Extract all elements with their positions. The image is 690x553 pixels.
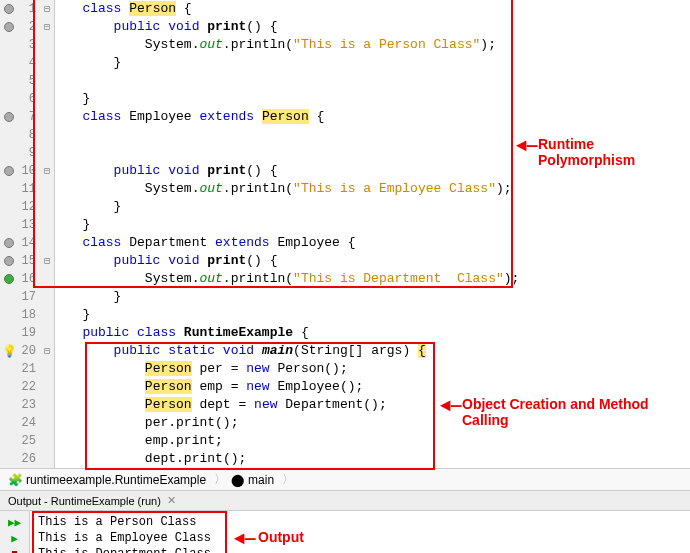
output-tab-title: Output - RuntimeExample (run) [8,495,161,507]
arrow-icon: ◄— [440,396,462,416]
code-editor[interactable]: 1⊟ 2⊟ 3 4 5 6 7 8 9 10⊟ 11 12 13 14 15⊟ … [0,0,690,469]
breadcrumb-method[interactable]: main [248,473,274,487]
annotation-label-3: Output [258,529,304,545]
output-panel: ▶▶ ▶ ■ This is a Person Class This is a … [0,511,690,553]
annotation-label-1: Runtime Polymorphism [538,136,690,168]
output-line: This is a Person Class [38,514,682,530]
output-line: This is Department Class [38,546,682,553]
rerun-icon[interactable]: ▶ [0,530,29,546]
breadcrumb-class[interactable]: runtimeexample.RuntimeExample [26,473,206,487]
editor-gutter: 1⊟ 2⊟ 3 4 5 6 7 8 9 10⊟ 11 12 13 14 15⊟ … [0,0,55,468]
chevron-icon: 〉 [214,471,226,488]
annotation-label-2: Object Creation and Method Calling [462,396,690,428]
stop-icon[interactable]: ■ [0,546,29,553]
arrow-icon: ◄— [516,136,538,156]
output-line: This is a Employee Class [38,530,682,546]
chevron-icon: 〉 [282,471,294,488]
run-icon[interactable]: ▶▶ [0,514,29,530]
class-icon: 🧩 [8,473,22,487]
output-tab[interactable]: Output - RuntimeExample (run) ✕ [0,491,690,511]
arrow-icon: ◄— [234,529,256,549]
close-icon[interactable]: ✕ [167,494,176,507]
breadcrumb[interactable]: 🧩 runtimeexample.RuntimeExample 〉 ⬤ main… [0,469,690,491]
output-toolbar: ▶▶ ▶ ■ [0,511,30,553]
method-icon: ⬤ [230,473,244,487]
output-text[interactable]: This is a Person Class This is a Employe… [30,511,690,553]
